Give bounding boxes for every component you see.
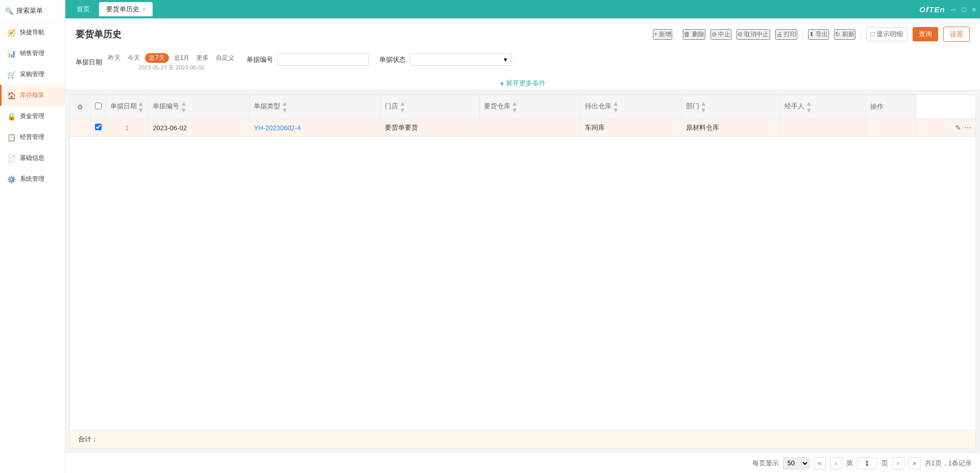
query-button[interactable]: 查询 <box>913 27 938 41</box>
print-button[interactable]: 🖨 打印 <box>775 29 797 40</box>
basic-info-icon: 📄 <box>7 154 16 162</box>
window-minimize-btn[interactable]: ─ <box>951 6 955 13</box>
sidebar-item-quick-nav[interactable]: 🧭快捷导航 <box>0 22 65 43</box>
sidebar-item-finance[interactable]: 🔒资金管理 <box>0 106 65 127</box>
date-shortcut-7days[interactable]: 近7天 <box>145 53 169 63</box>
page-size-label: 每页显示 <box>752 459 779 468</box>
order-no-link[interactable]: YH-20230602-4 <box>254 124 301 132</box>
row-edit-icon[interactable]: ✎ <box>955 124 961 132</box>
row-department <box>780 119 866 137</box>
page-title-row: 要货单历史 + 新增 🗑 删除 ⊘ 中止 ⊘ 取消中止 🖨 打印 ⬆ 导出 ↻ … <box>76 27 970 42</box>
last-page-btn[interactable]: » <box>909 457 921 469</box>
row-checkbox[interactable] <box>95 124 102 130</box>
table-footer-summary: 合计： <box>70 430 975 448</box>
col-header-req_warehouse[interactable]: 要货仓库▲▼ <box>479 95 580 119</box>
sidebar-item-purchase[interactable]: 🛒采购管理 <box>0 64 65 85</box>
row-handler <box>866 119 917 137</box>
status-filter-group: 单据状态 ▾ <box>379 53 512 66</box>
display-cell-button[interactable]: □ 显示明细 <box>866 27 908 41</box>
col-header-pending_warehouse[interactable]: 待出仓库▲▼ <box>580 95 681 119</box>
finance-icon: 🔒 <box>7 112 16 121</box>
filter-row: 单据日期 昨天今天近7天近1月更多自定义 2023-05-27 至 2023-0… <box>76 48 970 77</box>
row-pending-warehouse: 原材料仓库 <box>681 119 780 137</box>
stop-button[interactable]: ⊘ 中止 <box>710 29 731 40</box>
date-shortcut-1month[interactable]: 近1月 <box>172 53 192 63</box>
sidebar-label-sales: 销售管理 <box>20 49 44 58</box>
display-cell-label: □ 显示明细 <box>871 30 903 39</box>
sidebar-item-basic-info[interactable]: 📄基础信息 <box>0 148 65 169</box>
first-page-btn[interactable]: « <box>814 457 826 469</box>
col-header-store[interactable]: 门店▲▼ <box>381 95 480 119</box>
sidebar-label-operations: 经营管理 <box>20 133 44 141</box>
sidebar-item-sales[interactable]: 📊销售管理 <box>0 43 65 64</box>
row-order-no: YH-20230602-4 <box>250 119 381 137</box>
expand-more-btn[interactable]: ▾ 展开更多条件 <box>76 77 970 90</box>
date-shortcut-yesterday[interactable]: 昨天 <box>106 53 122 63</box>
col-header-date[interactable]: 单据日期▲▼ <box>106 95 149 119</box>
col-header-order_no[interactable]: 单据编号▲▼ <box>149 95 250 119</box>
date-shortcut-more[interactable]: 更多 <box>194 53 211 63</box>
date-range-text: 2023-05-27 至 2023-06-02 <box>138 64 205 72</box>
sidebar-search[interactable]: 🔍 搜索菜单 <box>0 0 65 22</box>
page-input[interactable]: 1 <box>857 457 877 469</box>
sidebar-search-label: 搜索菜单 <box>16 6 43 15</box>
toolbar-divider-2 <box>802 30 803 38</box>
col-header-type[interactable]: 单据类型▲▼ <box>250 95 381 119</box>
pagination-bar: 每页显示 102050100 « ‹ 第 1 页 › » 共1页，1条记录 <box>65 453 980 473</box>
main-area: 首页 要货单历史 × OfTEn ─ □ × 要货单历史 + 新增 🗑 删除 ⊘… <box>65 0 980 473</box>
total-info: 共1页，1条记录 <box>925 459 972 468</box>
settings-button[interactable]: 设置 <box>943 27 970 42</box>
table-area: ⚙单据日期▲▼单据编号▲▼单据类型▲▼门店▲▼要货仓库▲▼待出仓库▲▼部门▲▼经… <box>69 94 976 448</box>
tab-order-history[interactable]: 要货单历史 × <box>99 2 153 16</box>
sidebar-label-purchase: 采购管理 <box>20 70 44 79</box>
row-num: 1 <box>106 119 149 137</box>
sidebar-label-quick-nav: 快捷导航 <box>20 28 44 37</box>
page-size-select[interactable]: 102050100 <box>783 457 810 469</box>
next-page-btn[interactable]: › <box>892 457 904 469</box>
row-type: 要货单要货 <box>381 119 480 137</box>
search-icon: 🔍 <box>5 7 13 15</box>
page-label: 页 <box>881 459 888 468</box>
sidebar-item-system[interactable]: ⚙️系统管理 <box>0 169 65 190</box>
table-body: 1 2023-06-02 YH-20230602-4 要货单要货 车间库 原材料… <box>70 119 975 137</box>
page-title: 要货单历史 <box>76 28 121 40</box>
col-header-action: 操作 <box>866 95 917 119</box>
sidebar-item-operations[interactable]: 📋经营管理 <box>0 127 65 148</box>
sidebar-label-system: 系统管理 <box>20 175 44 183</box>
quick-nav-icon: 🧭 <box>7 29 16 37</box>
system-icon: ⚙️ <box>7 175 16 183</box>
sidebar-label-inventory: 库存核算 <box>20 91 44 100</box>
row-actions: ✎ ⋯ <box>917 119 975 137</box>
tab-home[interactable]: 首页 <box>69 2 97 16</box>
export-button[interactable]: ⬆ 导出 <box>808 29 829 40</box>
date-shortcuts: 昨天今天近7天近1月更多自定义 <box>106 53 236 63</box>
sidebar: 🔍 搜索菜单 🧭快捷导航📊销售管理🛒采购管理🏠库存核算🔒资金管理📋经营管理📄基础… <box>0 0 65 473</box>
settings-col-icon[interactable]: ⚙ <box>77 103 83 111</box>
delete-button[interactable]: 🗑 删除 <box>683 29 705 40</box>
col-header-handler[interactable]: 经手人▲▼ <box>780 95 866 119</box>
prev-page-btn[interactable]: ‹ <box>830 457 842 469</box>
sidebar-item-inventory[interactable]: 🏠库存核算 <box>0 85 65 106</box>
tab-close-icon[interactable]: × <box>142 6 145 12</box>
window-maximize-btn[interactable]: □ <box>962 6 966 13</box>
refresh-button[interactable]: ↻ 刷新 <box>834 29 855 40</box>
page-label-before: 第 <box>846 459 853 468</box>
operations-icon: 📋 <box>7 133 16 141</box>
status-select[interactable]: ▾ <box>410 53 512 66</box>
row-checkbox-cell[interactable] <box>90 119 106 137</box>
status-label: 单据状态 <box>379 55 406 64</box>
col-header-department[interactable]: 部门▲▼ <box>681 95 780 119</box>
topbar-right: OfTEn ─ □ × <box>919 5 976 14</box>
date-shortcut-today[interactable]: 今天 <box>126 53 142 63</box>
window-close-btn[interactable]: × <box>972 6 976 13</box>
new-button[interactable]: + 新增 <box>653 29 672 40</box>
date-shortcut-custom[interactable]: 自定义 <box>214 53 236 63</box>
order-no-filter-group: 单据编号 <box>247 53 369 66</box>
sales-icon: 📊 <box>7 50 16 58</box>
select-all-checkbox[interactable] <box>95 103 102 109</box>
order-no-input[interactable] <box>277 53 369 66</box>
cancel-stop-button[interactable]: ⊘ 取消中止 <box>737 29 770 40</box>
toolbar-divider-3 <box>861 30 861 38</box>
row-more-icon[interactable]: ⋯ <box>964 124 971 132</box>
sidebar-label-finance: 资金管理 <box>20 112 44 121</box>
